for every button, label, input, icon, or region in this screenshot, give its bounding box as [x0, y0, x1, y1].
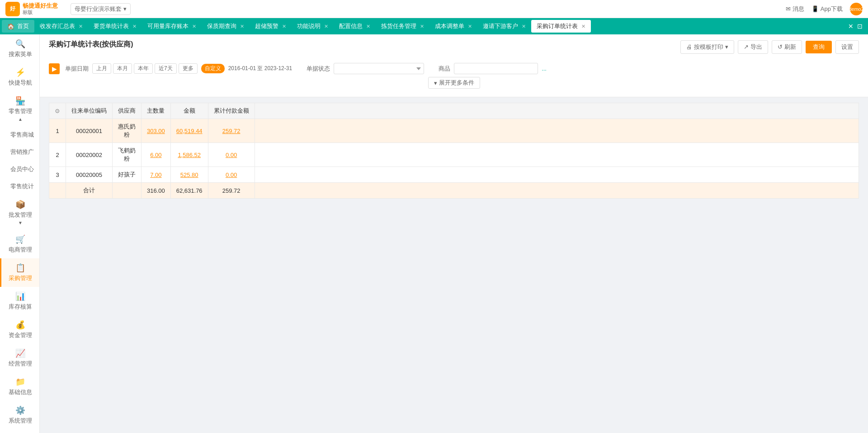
retail-icon: 🏪 — [15, 96, 25, 106]
tab-close-icon[interactable]: ✕ — [522, 24, 526, 29]
date-buttons: 上月 本月 本年 近7天 更多 — [92, 63, 198, 74]
tab-close-icon[interactable]: ✕ — [192, 24, 196, 29]
settings-button[interactable]: 设置 — [835, 40, 859, 54]
sidebar-item-system[interactable]: ⚙️ 系统管理 — [0, 401, 39, 429]
cell-index: 3 — [49, 167, 66, 183]
goods-filter-group: 商品 ... — [439, 63, 547, 74]
tab-peizhi[interactable]: 配置信息 ✕ — [334, 20, 376, 33]
table-area: ⚙ 往来单位编码 供应商 主数量 金额 累计付款金额 1 00020001 惠氏… — [40, 97, 868, 433]
close-all-icon[interactable]: ✕ — [848, 23, 854, 30]
tab-chengben[interactable]: 成本调整单 ✕ — [429, 20, 477, 33]
tab-close-icon[interactable]: ✕ — [468, 24, 472, 29]
data-table: ⚙ 往来单位编码 供应商 主数量 金额 累计付款金额 1 00020001 惠氏… — [49, 103, 859, 199]
avatar[interactable]: demo2 — [850, 3, 863, 15]
tab-shoufa[interactable]: 收发存汇总表 ✕ — [34, 20, 88, 33]
cell-code: 00020002 — [66, 143, 113, 167]
date-btn-this-year[interactable]: 本年 — [134, 63, 153, 74]
sidebar-item-stock[interactable]: 📊 库存核算 — [0, 287, 39, 315]
sidebar-item-shortcut[interactable]: ⚡ 快捷导航 — [0, 63, 39, 91]
system-icon: ⚙️ — [15, 405, 25, 415]
tab-close-icon[interactable]: ✕ — [240, 24, 244, 29]
tab-close-icon[interactable]: ✕ — [366, 24, 370, 29]
sidebar: 🔍 搜索英单 ⚡ 快捷导航 🏪 零售管理 ▲ 零售商城 营销推广 会员中心 零售… — [0, 34, 40, 433]
tab-pihuo[interactable]: 拣货任务管理 ✕ — [376, 20, 429, 33]
tab-chaochu[interactable]: 超储预警 ✕ — [250, 20, 292, 33]
sidebar-item-enterprise[interactable]: 🤝 企业协同 — [0, 429, 39, 433]
export-button[interactable]: ↗ 导出 — [738, 40, 768, 54]
sidebar-item-finance[interactable]: 💰 资金管理 — [0, 315, 39, 344]
expand-more-button[interactable]: ▾ 展开更多条件 — [428, 77, 480, 89]
tab-caigou[interactable]: 采购订单统计表 ✕ — [531, 20, 591, 33]
table-footer-row: 合计 316.00 62,631.76 259.72 — [49, 183, 859, 199]
cell-amount: 1,586.52 — [170, 143, 208, 167]
cell-index: 2 — [49, 143, 66, 167]
sidebar-item-purchase[interactable]: 📋 采购管理 — [0, 258, 39, 287]
sidebar-item-search[interactable]: 🔍 搜索英单 — [0, 34, 39, 63]
tab-home[interactable]: 🏠 首页 — [2, 20, 34, 33]
th-settings: ⚙ — [49, 103, 66, 119]
sidebar-item-basic[interactable]: 📁 基础信息 — [0, 372, 39, 401]
tab-close-icon[interactable]: ✕ — [324, 24, 328, 29]
sidebar-item-retail-shop[interactable]: 零售商城 — [0, 126, 39, 143]
workspace-label: 母婴行业演示账套 — [75, 5, 122, 13]
wholesale-icon: 📦 — [15, 200, 25, 209]
operation-icon: 📈 — [15, 348, 25, 358]
app-download-button[interactable]: 📱 App下载 — [811, 5, 843, 13]
sidebar-item-wholesale[interactable]: 📦 批发管理 ▼ — [0, 195, 39, 230]
cell-empty — [255, 119, 859, 143]
tab-baozhi[interactable]: 保质期查询 ✕ — [202, 20, 250, 33]
query-button[interactable]: 查询 — [806, 41, 832, 53]
cell-supplier: 飞鹤奶粉 — [113, 143, 142, 167]
sidebar-item-operation[interactable]: 📈 经营管理 — [0, 344, 39, 372]
sidebar-item-retail[interactable]: 🏪 零售管理 ▲ — [0, 91, 39, 126]
tab-close-icon[interactable]: ✕ — [132, 24, 137, 29]
nav-tabs: 🏠 首页 收发存汇总表 ✕ 要货单统计表 ✕ 可用量库存账本 ✕ 保质期查询 ✕… — [0, 18, 868, 34]
shortcut-icon: ⚡ — [15, 67, 25, 77]
column-settings-icon[interactable]: ⚙ — [55, 108, 60, 114]
search-icon: 🔍 — [15, 39, 25, 49]
footer-empty-3 — [255, 183, 859, 199]
tab-close-icon[interactable]: ✕ — [79, 24, 83, 29]
content-area: 采购订单统计表(按供应商) 🖨 按模板打印 ▾ ↗ 导出 ↺ 刷新 查询 — [40, 34, 868, 433]
message-icon: ✉ — [786, 5, 791, 12]
date-btn-more[interactable]: 更多 — [179, 63, 198, 74]
cell-supplier: 好孩子 — [113, 167, 142, 183]
table-row: 1 00020001 惠氏奶粉 303.00 60,519.44 259.72 — [49, 119, 859, 143]
goods-input[interactable] — [454, 63, 538, 74]
basic-icon: 📁 — [15, 377, 25, 387]
date-btn-this-month[interactable]: 本月 — [113, 63, 132, 74]
date-label: 单据日期 — [65, 65, 89, 73]
cell-code: 00020001 — [66, 119, 113, 143]
footer-paid: 259.72 — [208, 183, 255, 199]
tab-close-icon[interactable]: ✕ — [581, 24, 585, 29]
sidebar-item-ecommerce[interactable]: 🛒 电商管理 — [0, 230, 39, 258]
tab-gongneng[interactable]: 功能说明 ✕ — [292, 20, 334, 33]
date-range-tag[interactable]: 自定义 — [201, 64, 225, 73]
export-icon: ↗ — [744, 43, 749, 50]
chevron-down-icon: ▼ — [18, 220, 23, 225]
tab-close-icon[interactable]: ✕ — [282, 24, 286, 29]
workspace-selector[interactable]: 母婴行业演示账套 ▾ — [71, 3, 131, 15]
tab-yaoqing[interactable]: 邀请下游客户 ✕ — [477, 20, 531, 33]
tab-close-icon[interactable]: ✕ — [420, 24, 424, 29]
status-select[interactable] — [334, 63, 424, 74]
sidebar-item-retail-stat[interactable]: 零售统计 — [0, 178, 39, 195]
page-title: 采购订单统计表(按供应商) — [49, 40, 133, 49]
tab-keyong[interactable]: 可用量库存账本 ✕ — [142, 20, 202, 33]
refresh-button[interactable]: ↺ 刷新 — [772, 40, 802, 54]
chevron-down-icon: ▾ — [725, 43, 728, 50]
maximize-icon[interactable]: ⊡ — [857, 23, 863, 30]
filter-toggle-button[interactable]: ▶ — [49, 63, 60, 74]
sidebar-item-member[interactable]: 会员中心 — [0, 161, 39, 178]
date-btn-last-month[interactable]: 上月 — [92, 63, 111, 74]
date-range-display: 2016-01-01 至 2023-12-31 — [228, 65, 292, 72]
template-print-button[interactable]: 🖨 按模板打印 ▾ — [680, 40, 734, 54]
sidebar-item-marketing[interactable]: 营销推广 — [0, 143, 39, 161]
expand-row: ▾ 展开更多条件 — [49, 74, 859, 91]
finance-icon: 💰 — [15, 320, 25, 330]
date-btn-7days[interactable]: 近7天 — [155, 63, 177, 74]
message-button[interactable]: ✉ 消息 — [786, 5, 804, 13]
tab-yaohuo[interactable]: 要货单统计表 ✕ — [88, 20, 142, 33]
th-supplier: 供应商 — [113, 103, 142, 119]
more-filters-button[interactable]: ... — [542, 65, 547, 72]
